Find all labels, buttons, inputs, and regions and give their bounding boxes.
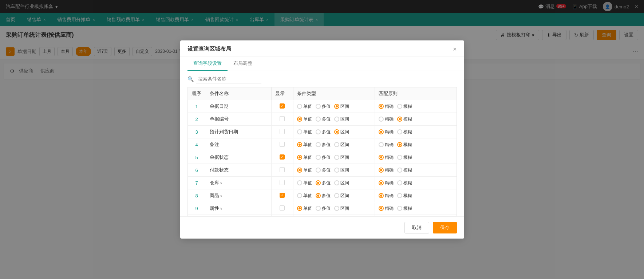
cell-type-7: 单值多值区间 — [293, 190, 375, 202]
type-radio-label-区间-0: 区间 — [340, 103, 349, 110]
type-radio-dot-单值-3 — [297, 142, 302, 147]
type-radio-label-多值-4: 多值 — [322, 154, 331, 161]
type-option-多值-5[interactable]: 多值 — [316, 167, 331, 173]
match-option-精确-8[interactable]: 精确 — [379, 205, 394, 212]
type-option-区间-7[interactable]: 区间 — [334, 193, 349, 199]
checkbox-show-4[interactable] — [280, 154, 285, 160]
dropdown-arrow-icon-7[interactable]: ∨ — [219, 194, 223, 198]
match-option-模糊-8[interactable]: 模糊 — [397, 205, 412, 212]
cell-show-7[interactable] — [272, 190, 293, 202]
type-option-多值-7[interactable]: 多值 — [316, 193, 331, 199]
cell-show-0[interactable] — [272, 101, 293, 113]
match-radio-group-1: 精确模糊 — [379, 116, 453, 122]
dialog-close-button[interactable]: × — [453, 46, 457, 52]
checkbox-show-1[interactable] — [280, 116, 285, 121]
match-option-精确-0[interactable]: 精确 — [379, 103, 394, 110]
match-radio-label-模糊-3: 模糊 — [403, 142, 412, 148]
type-option-区间-8[interactable]: 区间 — [334, 205, 349, 212]
type-option-单值-0[interactable]: 单值 — [297, 103, 312, 110]
match-option-模糊-6[interactable]: 模糊 — [397, 180, 412, 186]
dropdown-arrow-icon-8[interactable]: ∨ — [219, 207, 223, 211]
match-option-模糊-7[interactable]: 模糊 — [397, 193, 412, 199]
match-option-精确-4[interactable]: 精确 — [379, 154, 394, 161]
type-option-多值-4[interactable]: 多值 — [316, 154, 331, 161]
type-option-多值-0[interactable]: 多值 — [316, 103, 331, 110]
match-radio-dot-精确-3 — [379, 142, 384, 147]
cell-match-2: 精确模糊 — [375, 126, 457, 138]
type-option-区间-3[interactable]: 区间 — [334, 142, 349, 148]
type-radio-label-多值-1: 多值 — [322, 116, 331, 122]
match-radio-dot-模糊-8 — [397, 206, 402, 211]
tab-layout[interactable]: 布局调整 — [228, 56, 258, 71]
cell-name-6: 仓库 ∨ — [206, 177, 272, 189]
cancel-button[interactable]: 取消 — [404, 222, 429, 233]
type-option-多值-8[interactable]: 多值 — [316, 205, 331, 212]
cell-type-2: 单值多值区间 — [293, 126, 375, 138]
cell-show-2[interactable] — [272, 126, 293, 138]
type-option-多值-6[interactable]: 多值 — [316, 180, 331, 186]
match-option-模糊-0[interactable]: 模糊 — [397, 103, 412, 110]
save-button[interactable]: 保存 — [433, 222, 457, 233]
dropdown-arrow-icon-6[interactable]: ∨ — [219, 181, 223, 185]
cell-name-4: 单据状态 — [206, 151, 272, 164]
type-option-区间-2[interactable]: 区间 — [334, 129, 349, 135]
match-option-精确-1[interactable]: 精确 — [379, 116, 394, 122]
checkbox-show-6[interactable] — [280, 180, 285, 185]
match-option-模糊-4[interactable]: 模糊 — [397, 154, 412, 161]
match-option-精确-3[interactable]: 精确 — [379, 142, 394, 148]
match-option-精确-6[interactable]: 精确 — [379, 180, 394, 186]
type-radio-dot-单值-2 — [297, 129, 302, 134]
tab-query-fields[interactable]: 查询字段设置 — [187, 56, 228, 71]
type-radio-dot-多值-6 — [316, 180, 321, 185]
type-option-多值-2[interactable]: 多值 — [316, 129, 331, 135]
type-option-区间-1[interactable]: 区间 — [334, 116, 349, 122]
th-name: 条件名称 — [206, 87, 272, 100]
match-option-模糊-1[interactable]: 模糊 — [397, 116, 412, 122]
cell-show-8[interactable] — [272, 203, 293, 215]
cell-show-5[interactable] — [272, 164, 293, 176]
checkbox-show-0[interactable] — [280, 103, 285, 109]
row-number-7: 8 — [195, 193, 198, 199]
type-option-单值-6[interactable]: 单值 — [297, 180, 312, 186]
type-option-多值-3[interactable]: 多值 — [316, 142, 331, 148]
checkbox-show-2[interactable] — [280, 129, 285, 134]
cell-show-3[interactable] — [272, 139, 293, 151]
match-radio-label-精确-8: 精确 — [385, 205, 394, 212]
type-option-单值-1[interactable]: 单值 — [297, 116, 312, 122]
type-option-单值-7[interactable]: 单值 — [297, 193, 312, 199]
match-option-精确-5[interactable]: 精确 — [379, 167, 394, 173]
match-option-精确-7[interactable]: 精确 — [379, 193, 394, 199]
type-option-区间-0[interactable]: 区间 — [334, 103, 349, 110]
match-radio-label-模糊-2: 模糊 — [403, 129, 412, 135]
match-option-模糊-3[interactable]: 模糊 — [397, 142, 412, 148]
condition-search-input[interactable] — [196, 75, 261, 83]
cell-show-1[interactable] — [272, 113, 293, 125]
type-option-单值-4[interactable]: 单值 — [297, 154, 312, 161]
match-option-模糊-5[interactable]: 模糊 — [397, 167, 412, 173]
type-option-区间-6[interactable]: 区间 — [334, 180, 349, 186]
type-option-区间-4[interactable]: 区间 — [334, 154, 349, 161]
type-option-单值-3[interactable]: 单值 — [297, 142, 312, 148]
match-option-精确-2[interactable]: 精确 — [379, 129, 394, 135]
type-option-单值-2[interactable]: 单值 — [297, 129, 312, 135]
checkbox-show-8[interactable] — [280, 205, 285, 211]
checkbox-show-3[interactable] — [280, 142, 285, 147]
checkbox-show-7[interactable] — [280, 193, 285, 198]
type-radio-label-区间-5: 区间 — [340, 167, 349, 173]
match-option-模糊-2[interactable]: 模糊 — [397, 129, 412, 135]
row-number-4: 5 — [195, 155, 198, 160]
type-option-多值-1[interactable]: 多值 — [316, 116, 331, 122]
match-radio-dot-精确-7 — [379, 193, 384, 198]
cell-show-4[interactable] — [272, 152, 293, 164]
cell-name-5: 付款状态 — [206, 164, 272, 176]
cell-order-3: 4 — [188, 139, 206, 150]
type-option-单值-5[interactable]: 单值 — [297, 167, 312, 173]
checkbox-show-5[interactable] — [280, 167, 285, 172]
cell-type-4: 单值多值区间 — [293, 152, 375, 164]
cell-name-8: 属性 ∨ — [206, 202, 272, 215]
cell-show-6[interactable] — [272, 177, 293, 189]
tab-layout-label: 布局调整 — [233, 60, 252, 66]
match-radio-group-3: 精确模糊 — [379, 142, 453, 148]
type-option-区间-5[interactable]: 区间 — [334, 167, 349, 173]
type-option-单值-8[interactable]: 单值 — [297, 205, 312, 212]
